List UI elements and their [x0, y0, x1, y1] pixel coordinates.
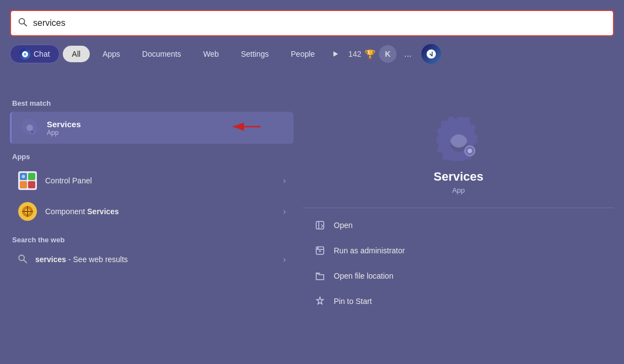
- action-run-as-admin-label: Run as administrator: [334, 246, 405, 255]
- apps-section: Apps Control Panel ›: [10, 153, 294, 227]
- tab-apps[interactable]: Apps: [93, 46, 129, 62]
- tab-documents[interactable]: Documents: [133, 46, 191, 62]
- more-options-button[interactable]: ...: [400, 47, 416, 61]
- action-file-location-label: Open file location: [334, 271, 393, 280]
- chevron-right-icon: ›: [283, 176, 286, 185]
- search-icon: [18, 17, 28, 30]
- web-section: Search the web services - See web result…: [10, 236, 294, 270]
- svg-point-21: [318, 248, 319, 249]
- tab-documents-label: Documents: [142, 50, 181, 58]
- tab-people-label: People: [291, 50, 315, 58]
- bing-icon[interactable]: [421, 44, 441, 64]
- app-name-control-panel: Control Panel: [45, 176, 283, 185]
- web-search-suffix: - See web results: [66, 255, 128, 264]
- action-open[interactable]: Open: [303, 213, 614, 238]
- web-search-query: services: [35, 255, 66, 264]
- svg-marker-2: [333, 51, 338, 57]
- component-services-icon: [18, 202, 37, 221]
- tab-apps-label: Apps: [102, 50, 120, 58]
- tab-settings[interactable]: Settings: [231, 46, 278, 62]
- svg-line-16: [24, 260, 26, 263]
- tabs-bar: Chat All Apps Documents Web Settings Peo…: [10, 44, 614, 64]
- action-run-as-admin[interactable]: Run as administrator: [303, 238, 614, 263]
- run-as-admin-icon: [314, 245, 326, 257]
- app-item-component-services[interactable]: Component Services ›: [10, 196, 294, 227]
- best-match-header: Best match: [10, 99, 294, 107]
- svg-rect-19: [316, 221, 324, 229]
- services-big-icon: [437, 117, 481, 161]
- tab-settings-label: Settings: [241, 50, 269, 58]
- chevron-right-icon-2: ›: [283, 207, 286, 216]
- svg-rect-9: [20, 181, 27, 188]
- best-match-text: Services App: [47, 119, 81, 137]
- tab-chat[interactable]: Chat: [10, 45, 59, 63]
- action-open-file-location[interactable]: Open file location: [303, 263, 614, 289]
- chevron-right-web-icon: ›: [283, 255, 286, 264]
- best-match-title: Services: [47, 119, 81, 129]
- tab-all[interactable]: All: [63, 46, 90, 62]
- more-tabs-button[interactable]: [328, 46, 343, 62]
- right-panel-subtitle: App: [452, 186, 465, 194]
- search-input[interactable]: [33, 18, 606, 28]
- pin-icon: [314, 295, 326, 307]
- apps-section-header: Apps: [10, 153, 294, 161]
- services-app-icon: [19, 117, 40, 138]
- action-pin-label: Pin to Start: [334, 297, 372, 306]
- right-panel-actions: Open Run as administrator: [303, 208, 614, 358]
- tab-chat-label: Chat: [34, 50, 50, 58]
- action-pin-to-start[interactable]: Pin to Start: [303, 289, 614, 314]
- tab-people[interactable]: People: [281, 46, 324, 62]
- app-item-control-panel[interactable]: Control Panel ›: [10, 165, 294, 196]
- tab-count: 142: [349, 50, 361, 58]
- web-item-text: services - See web results: [35, 255, 283, 264]
- open-icon: [314, 219, 326, 231]
- app-name-component-services: Component Services: [45, 207, 283, 216]
- tab-web[interactable]: Web: [194, 46, 229, 62]
- action-open-label: Open: [334, 221, 352, 230]
- control-panel-icon: [18, 171, 37, 191]
- left-panel: Best match Services App: [10, 99, 294, 358]
- right-panel-title: Services: [433, 170, 484, 184]
- user-badge[interactable]: K: [379, 45, 397, 63]
- best-match-subtitle: App: [47, 129, 81, 137]
- web-section-header: Search the web: [10, 236, 294, 244]
- svg-point-11: [22, 175, 25, 178]
- folder-icon: [314, 270, 326, 282]
- tab-web-label: Web: [203, 50, 219, 58]
- right-panel-header: Services App: [303, 99, 614, 208]
- trophy-icon: 🏆: [365, 49, 376, 59]
- bing-chat-icon: [19, 48, 30, 59]
- svg-rect-10: [28, 181, 35, 188]
- svg-rect-8: [28, 173, 35, 180]
- right-panel: Services App Open: [303, 99, 614, 358]
- web-search-item[interactable]: services - See web results ›: [10, 248, 294, 270]
- web-search-icon: [18, 254, 29, 265]
- best-match-item[interactable]: Services App: [10, 112, 294, 144]
- tab-all-label: All: [72, 50, 81, 58]
- search-bar: [10, 10, 614, 36]
- svg-line-1: [24, 23, 26, 26]
- svg-point-18: [468, 149, 472, 153]
- red-arrow: [227, 119, 266, 137]
